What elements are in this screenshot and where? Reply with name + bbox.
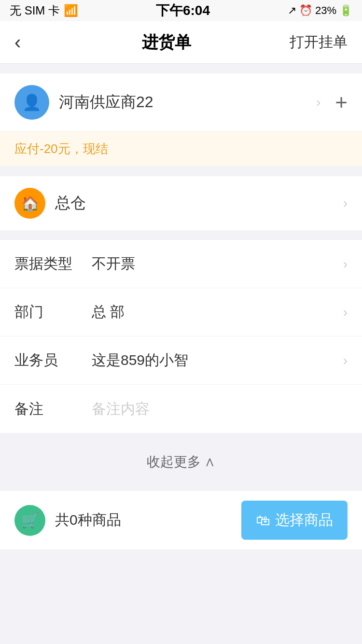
department-row[interactable]: 部门 总 部 › [0,288,362,336]
invoice-type-value: 不开票 [82,254,343,274]
invoice-type-label: 票据类型 [14,254,82,274]
status-time: 下午6:04 [156,1,210,20]
location-icon: ↗ [288,4,296,17]
status-left: 无 SIM 卡 📶 [10,3,78,18]
add-supplier-button[interactable]: + [335,90,348,114]
salesperson-value: 这是859的小智 [82,350,343,370]
product-count-text: 共0种商品 [55,510,241,530]
select-product-icon: 🛍 [256,512,270,529]
back-button[interactable]: ‹ [14,31,43,53]
avatar-icon: 👤 [22,93,42,112]
supplier-arrow-icon: › [316,95,320,110]
department-value: 总 部 [82,302,343,322]
balance-notice: 应付-20元，现结 [0,132,362,166]
department-arrow-icon: › [343,305,348,320]
select-product-label: 选择商品 [275,510,333,530]
open-pending-button[interactable]: 打开挂单 [290,32,348,52]
invoice-type-arrow-icon: › [343,256,348,272]
wifi-icon: 📶 [64,4,78,17]
battery-text: 23% [315,4,336,17]
form-section: 票据类型 不开票 › 部门 总 部 › 业务员 这是859的小智 › 备注 备注… [0,240,362,433]
remark-label: 备注 [14,399,82,419]
nav-bar: ‹ 进货单 打开挂单 [0,21,362,64]
select-product-button[interactable]: 🛍 选择商品 [241,501,348,540]
warehouse-card: 🏠 总仓 › [0,176,362,230]
salesperson-arrow-icon: › [343,353,348,368]
supplier-row[interactable]: 👤 河南供应商22 › + [0,73,362,132]
product-count-icon: 🛒 [14,505,45,536]
bottom-bar: 🛒 共0种商品 🛍 选择商品 [0,491,362,549]
cart-icon: 🛒 [21,512,39,529]
house-icon: 🏠 [21,195,39,212]
battery-icon: 🔋 [339,4,352,17]
page-title: 进货单 [142,31,191,54]
carrier-text: 无 SIM 卡 [10,3,60,18]
warehouse-arrow-icon: › [343,196,348,211]
top-divider [0,64,362,73]
supplier-name: 河南供应商22 [59,92,316,113]
warehouse-icon: 🏠 [14,188,45,219]
supplier-card: 👤 河南供应商22 › + 应付-20元，现结 [0,73,362,166]
divider-1 [0,166,362,176]
remark-value[interactable]: 备注内容 [82,399,348,419]
collapse-button[interactable]: 收起更多 ∧ [0,443,362,481]
warehouse-row[interactable]: 🏠 总仓 › [0,176,362,230]
status-bar: 无 SIM 卡 📶 下午6:04 ↗ ⏰ 23% 🔋 [0,0,362,21]
status-right: ↗ ⏰ 23% 🔋 [288,4,352,17]
invoice-type-row[interactable]: 票据类型 不开票 › [0,240,362,288]
content: 👤 河南供应商22 › + 应付-20元，现结 🏠 总仓 › 票据类型 不开票 … [0,64,362,549]
warehouse-name: 总仓 [55,193,343,214]
department-label: 部门 [14,302,82,322]
supplier-avatar: 👤 [14,85,49,120]
alarm-icon: ⏰ [299,4,312,17]
remark-row[interactable]: 备注 备注内容 [0,385,362,433]
salesperson-label: 业务员 [14,350,82,370]
salesperson-row[interactable]: 业务员 这是859的小智 › [0,336,362,385]
